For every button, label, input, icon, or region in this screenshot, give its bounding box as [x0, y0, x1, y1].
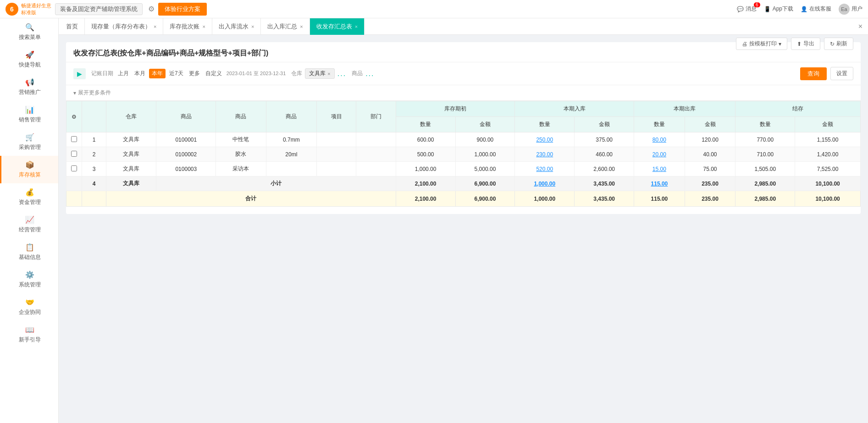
subtotal-bal-qty: 2,985.00 [735, 176, 795, 191]
row-spec [266, 162, 317, 176]
settings-icon[interactable]: ⚙ [148, 5, 155, 13]
table-settings-icon[interactable]: ⚙ [72, 114, 77, 120]
sidebar-item-inventory[interactable]: 📦 库存核算 [0, 156, 58, 183]
tab-close-inout-flow[interactable]: × [251, 24, 254, 29]
row-in-qty[interactable]: 250.00 [515, 132, 575, 147]
row-in-qty[interactable]: 520.00 [515, 162, 575, 176]
warehouse-more-btn[interactable]: ... [337, 70, 346, 78]
top-bar-right: 💬 消息 6 📱 App下载 👤 在线客服 Ea 用户 [737, 4, 862, 15]
sidebar-item-system[interactable]: ⚙️ 系统管理 [0, 266, 58, 293]
total-bal-qty: 2,985.00 [735, 191, 795, 207]
tab-close-inout-summary[interactable]: × [300, 24, 303, 29]
date-filter-label: 记账日期 [91, 70, 113, 77]
top-bar: 6 畅捷通好生意 标准版 装备及固定资产辅助管理系统 ⚙ 体验行业方案 💬 消息… [0, 0, 868, 18]
chevron-down-icon: ▾ [779, 41, 781, 47]
tab-home[interactable]: 首页 [59, 18, 85, 35]
experience-btn[interactable]: 体验行业方案 [158, 3, 207, 16]
tab-bar-close-btn[interactable]: × [853, 22, 868, 31]
base-icon: 📋 [25, 243, 34, 252]
expand-more-btn[interactable]: ▾ 展开更多条件 [73, 87, 853, 99]
date-btn-last-month[interactable]: 上月 [116, 69, 131, 78]
tab-batch[interactable]: 库存批次账 × [163, 18, 212, 35]
th-out-amt: 金额 [685, 117, 735, 132]
settings-btn[interactable]: 设置 [830, 67, 853, 80]
sidebar-item-search[interactable]: 🔍 搜索菜单 [0, 18, 58, 46]
tab-inout-summary[interactable]: 出入库汇总 × [261, 18, 310, 35]
row-bal-amt: 7,525.00 [795, 162, 861, 176]
sidebar-item-base[interactable]: 📋 基础信息 [0, 238, 58, 266]
sidebar-item-finance[interactable]: 💰 资金管理 [0, 183, 58, 211]
warehouse-filter-label: 仓库 [291, 70, 302, 77]
row-checkbox[interactable] [66, 162, 82, 176]
sidebar-item-sales[interactable]: 📊 销售管理 [0, 101, 58, 128]
row-bal-amt: 1,155.00 [795, 132, 861, 147]
refresh-btn[interactable]: ↻ 刷新 [824, 38, 853, 50]
row-checkbox[interactable] [66, 132, 82, 147]
tab-bar: 首页 现存量（库存分布表） × 库存批次账 × 出入库流水 × 出入库汇总 × … [59, 18, 868, 35]
sidebar-item-business[interactable]: 📈 经营管理 [0, 211, 58, 238]
row-checkbox[interactable] [66, 147, 82, 162]
nav-icon: 🚀 [25, 50, 34, 59]
total-init-amt: 6,900.00 [455, 191, 515, 207]
sidebar-item-collab[interactable]: 🤝 企业协同 [0, 293, 58, 321]
online-service-btn[interactable]: 👤 在线客服 [801, 5, 831, 13]
page-actions: 🖨 按模板打印 ▾ ⬆ 导出 ↻ 刷新 [736, 38, 853, 50]
warehouse-tag[interactable]: 文具库 × [305, 68, 334, 79]
row-goods: 胶水 [216, 147, 266, 162]
subtotal-out-qty[interactable]: 115.00 [634, 176, 685, 191]
date-quick-btns: 上月 本月 本年 近7天 更多 自定义 [116, 69, 224, 78]
sidebar-item-marketing[interactable]: 📢 营销推广 [0, 73, 58, 101]
row-goods: 中性笔 [216, 132, 266, 147]
date-btn-more[interactable]: 更多 [187, 69, 202, 78]
row-init-qty: 600.00 [396, 132, 455, 147]
message-icon: 💬 [737, 6, 744, 12]
date-btn-7days[interactable]: 近7天 [167, 69, 185, 78]
row-in-qty[interactable]: 230.00 [515, 147, 575, 162]
row-out-qty[interactable]: 80.00 [634, 132, 685, 147]
date-btn-this-month[interactable]: 本月 [133, 69, 147, 78]
th-settings[interactable]: ⚙ [66, 101, 82, 132]
total-init-qty: 2,100.00 [396, 191, 455, 207]
warehouse-tag-text: 文具库 [309, 70, 326, 77]
row-in-amt: 2,600.00 [575, 162, 634, 176]
print-btn[interactable]: 🖨 按模板打印 ▾ [736, 38, 787, 50]
th-bal-amt: 金额 [795, 117, 861, 132]
filter-toggle-btn[interactable]: ▶ [73, 68, 86, 79]
subtotal-in-qty[interactable]: 1,000.00 [515, 176, 575, 191]
row-project [317, 147, 356, 162]
tab-inventory-dist[interactable]: 现存量（库存分布表） × [85, 18, 163, 35]
query-btn[interactable]: 查询 [800, 67, 827, 80]
app-download-btn[interactable]: 📱 App下载 [764, 5, 793, 13]
message-btn[interactable]: 💬 消息 6 [737, 5, 757, 13]
tab-close-recv-summary[interactable]: × [355, 24, 358, 29]
user-btn[interactable]: Ea 用户 [839, 4, 862, 15]
row-out-qty[interactable]: 20.00 [634, 147, 685, 162]
export-btn[interactable]: ⬆ 导出 [791, 38, 820, 50]
subtotal-label: 小计 [156, 176, 396, 191]
tab-close-inventory-dist[interactable]: × [154, 24, 156, 29]
sidebar-item-guide[interactable]: 📖 新手引导 [0, 321, 58, 348]
goods-more-btn[interactable]: ... [365, 70, 374, 78]
row-code: 0100001 [156, 132, 216, 147]
purchase-icon: 🛒 [25, 133, 34, 142]
total-row: 合计 2,100.00 6,900.00 1,000.00 3,435.00 1… [66, 191, 861, 207]
row-out-qty[interactable]: 15.00 [634, 162, 685, 176]
tab-recv-summary[interactable]: 收发存汇总表 × [310, 18, 365, 35]
table-row: 2 文具库 0100002 胶水 20ml 500.00 1,000.00 23… [66, 147, 861, 162]
th-warehouse: 仓库 [106, 101, 156, 132]
inventory-icon: 📦 [25, 160, 34, 169]
layout: 🔍 搜索菜单 🚀 快捷导航 📢 营销推广 📊 销售管理 🛒 采购管理 📦 库存核… [0, 18, 868, 423]
sidebar-item-nav[interactable]: 🚀 快捷导航 [0, 46, 58, 73]
total-in-qty: 1,000.00 [515, 191, 575, 207]
tab-inout-flow[interactable]: 出入库流水 × [212, 18, 261, 35]
date-btn-custom[interactable]: 自定义 [204, 69, 224, 78]
tab-close-batch[interactable]: × [202, 24, 205, 29]
subtotal-warehouse: 文具库 [106, 176, 156, 191]
th-no [82, 101, 106, 132]
sidebar-item-purchase[interactable]: 🛒 采购管理 [0, 128, 58, 156]
print-icon: 🖨 [742, 41, 747, 47]
row-project [317, 132, 356, 147]
warehouse-tag-close[interactable]: × [327, 71, 330, 77]
message-badge: 6 [754, 2, 760, 7]
date-btn-this-year[interactable]: 本年 [149, 69, 166, 78]
